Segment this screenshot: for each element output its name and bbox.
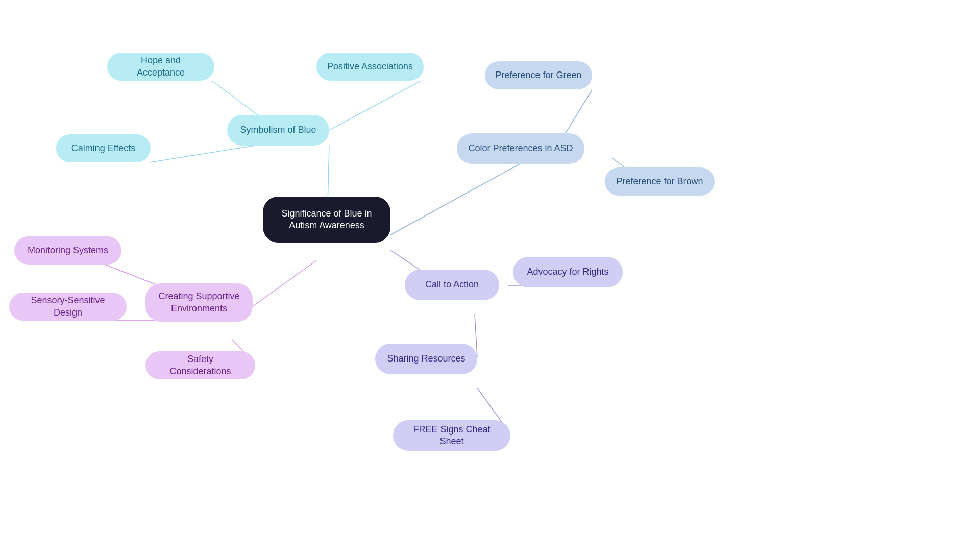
preference-brown-node: Preference for Brown: [605, 167, 715, 196]
calming-effects-node: Calming Effects: [56, 134, 151, 162]
color-preferences-label: Color Preferences in ASD: [468, 142, 573, 154]
positive-associations-label: Positive Associations: [327, 61, 413, 73]
advocacy-rights-label: Advocacy for Rights: [527, 266, 608, 278]
safety-considerations-label: Safety Considerations: [156, 353, 245, 377]
free-signs-node: FREE Signs Cheat Sheet: [393, 420, 510, 451]
monitoring-systems-label: Monitoring Systems: [28, 245, 108, 256]
sharing-resources-label: Sharing Resources: [387, 353, 465, 365]
creating-supportive-node: Creating Supportive Environments: [145, 283, 253, 322]
svg-line-6: [150, 146, 255, 162]
symbolism-label: Symbolism of Blue: [240, 124, 316, 136]
preference-brown-label: Preference for Brown: [616, 176, 703, 187]
center-node: Significance of Blue in Autism Awareness: [263, 197, 390, 243]
positive-associations-node: Positive Associations: [316, 53, 424, 81]
center-node-label: Significance of Blue in Autism Awareness: [273, 208, 380, 232]
advocacy-rights-node: Advocacy for Rights: [513, 257, 623, 287]
hope-acceptance-label: Hope and Acceptance: [117, 55, 204, 79]
safety-considerations-node: Safety Considerations: [145, 351, 255, 379]
call-to-action-node: Call to Action: [405, 270, 499, 300]
svg-line-5: [329, 81, 421, 130]
calming-effects-label: Calming Effects: [71, 142, 136, 154]
preference-green-node: Preference for Green: [485, 61, 592, 89]
sharing-resources-node: Sharing Resources: [375, 344, 477, 374]
svg-line-1: [390, 163, 521, 235]
call-to-action-label: Call to Action: [425, 279, 479, 291]
monitoring-systems-node: Monitoring Systems: [14, 236, 121, 265]
free-signs-label: FREE Signs Cheat Sheet: [403, 424, 500, 448]
symbolism-of-blue-node: Symbolism of Blue: [227, 115, 329, 146]
preference-green-label: Preference for Green: [495, 69, 581, 81]
sensory-design-label: Sensory-Sensitive Design: [19, 295, 116, 319]
hope-acceptance-node: Hope and Acceptance: [107, 53, 214, 81]
color-preferences-node: Color Preferences in ASD: [457, 133, 584, 164]
sensory-design-node: Sensory-Sensitive Design: [9, 293, 127, 321]
svg-line-2: [253, 260, 316, 306]
creating-supportive-label: Creating Supportive Environments: [156, 291, 242, 315]
